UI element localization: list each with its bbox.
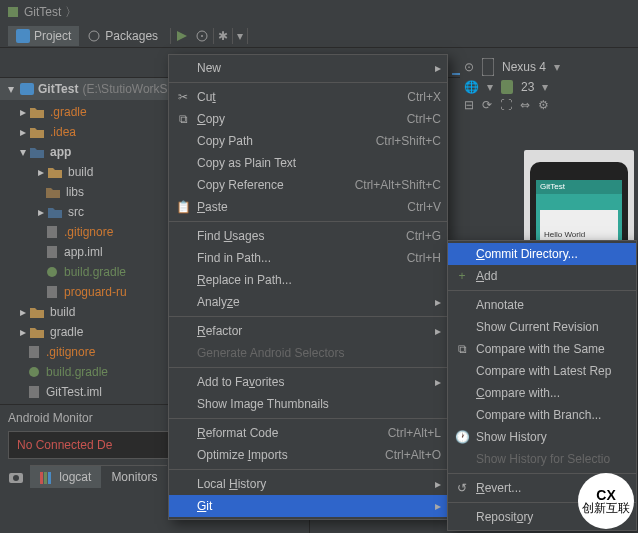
context-menu-item[interactable]: Show Image Thumbnails — [169, 393, 447, 415]
context-menu-item[interactable]: Find in Path...Ctrl+H — [169, 247, 447, 269]
git-submenu-item[interactable]: Compare with Branch... — [448, 404, 636, 426]
git-submenu-item[interactable]: ⧉Compare with the Same — [448, 338, 636, 360]
context-menu-item[interactable]: 📋PasteCtrl+V — [169, 196, 447, 218]
project-tab-icon — [16, 29, 30, 43]
menu-shortcut: Ctrl+Shift+C — [376, 134, 441, 148]
chevron-right-icon[interactable]: ▸ — [18, 307, 28, 317]
chevron-down-icon[interactable]: ▾ — [487, 80, 493, 94]
fit-icon[interactable]: ⛶ — [500, 98, 512, 112]
context-menu-item[interactable]: New▸ — [169, 57, 447, 79]
globe-icon[interactable]: 🌐 — [464, 80, 479, 94]
svg-rect-19 — [44, 472, 47, 484]
svg-rect-21 — [482, 58, 494, 76]
svg-rect-12 — [47, 286, 57, 298]
compare-icon: ⧉ — [454, 342, 470, 356]
divider — [213, 28, 214, 44]
file-icon — [46, 226, 58, 238]
tab-packages[interactable]: Packages — [79, 26, 166, 46]
menu-label: Refactor — [197, 324, 429, 338]
context-menu-item[interactable]: Refactor▸ — [169, 320, 447, 342]
tab-monitors[interactable]: Monitors — [101, 465, 167, 488]
device-name[interactable]: Nexus 4 — [502, 60, 546, 74]
folder-icon — [30, 126, 44, 138]
context-menu-separator — [169, 418, 447, 419]
context-menu-item: Generate Android Selectors — [169, 342, 447, 364]
context-menu-item[interactable]: ✂CutCtrl+X — [169, 86, 447, 108]
refresh-icon[interactable]: ⟳ — [482, 98, 492, 112]
context-menu-separator — [169, 367, 447, 368]
context-menu-item[interactable]: Optimize ImportsCtrl+Alt+O — [169, 444, 447, 466]
zoom-out-icon[interactable]: ⊟ — [464, 98, 474, 112]
git-submenu-item[interactable]: Compare with... — [448, 382, 636, 404]
git-submenu-item[interactable]: Show Current Revision — [448, 316, 636, 338]
tab-project[interactable]: Project — [8, 25, 79, 46]
revert-icon: ↺ — [454, 481, 470, 495]
svg-rect-1 — [16, 29, 30, 43]
menu-label: Copy as Plain Text — [197, 156, 441, 170]
chevron-down-icon[interactable]: ▾ — [18, 147, 28, 157]
chevron-right-icon[interactable]: ▸ — [36, 167, 46, 177]
chevron-right-icon[interactable]: ▸ — [36, 207, 46, 217]
git-submenu-item[interactable]: +Add — [448, 265, 636, 287]
resize-icon[interactable]: ⇔ — [520, 98, 530, 112]
menu-label: Git — [197, 499, 429, 513]
menu-label: Find Usages — [197, 229, 406, 243]
context-menu-item[interactable]: Local History▸ — [169, 473, 447, 495]
menu-shortcut: Ctrl+Alt+O — [385, 448, 441, 462]
context-menu-item[interactable]: Find UsagesCtrl+G — [169, 225, 447, 247]
toolbar-dropdown-icon[interactable]: ▾ — [237, 29, 243, 43]
context-menu-item[interactable]: Analyze▸ — [169, 291, 447, 313]
context-menu-separator — [169, 316, 447, 317]
chevron-right-icon[interactable]: ▸ — [18, 127, 28, 137]
chevron-right-icon[interactable]: ▸ — [18, 327, 28, 337]
git-submenu-item[interactable]: Commit Directory... — [448, 243, 636, 265]
context-menu-item[interactable]: Replace in Path... — [169, 269, 447, 291]
api-level[interactable]: 23 — [521, 80, 534, 94]
zoom-icon[interactable]: ⊙ — [464, 60, 474, 74]
file-icon — [46, 286, 58, 298]
layout-toolbar: ⊙ Nexus 4 ▾ 🌐 ▾ 23 ▾ ⊟ ⟳ ⛶ ⇔ ⚙ — [460, 56, 638, 114]
context-menu-item[interactable]: Add to Favorites▸ — [169, 371, 447, 393]
svg-marker-3 — [177, 31, 187, 41]
git-submenu-item[interactable]: Annotate — [448, 294, 636, 316]
menu-label: Add — [476, 269, 630, 283]
run-icon[interactable] — [175, 29, 189, 43]
scissors-icon: ✂ — [175, 90, 191, 104]
context-menu-item[interactable]: Copy PathCtrl+Shift+C — [169, 130, 447, 152]
divider — [170, 28, 171, 44]
tab-logcat[interactable]: logcat — [30, 465, 101, 488]
context-menu-separator — [169, 469, 447, 470]
git-submenu-item[interactable]: 🕐Show History — [448, 426, 636, 448]
context-menu-item[interactable]: Reformat CodeCtrl+Alt+L — [169, 422, 447, 444]
target-icon[interactable] — [195, 29, 209, 43]
camera-icon[interactable] — [8, 470, 24, 484]
plus-icon: + — [454, 269, 470, 283]
chevron-down-icon: ▾ — [6, 84, 16, 94]
settings-icon[interactable]: ⚙ — [538, 98, 549, 112]
chevron-right-icon: 〉 — [65, 4, 77, 21]
chevron-down-icon[interactable]: ▾ — [542, 80, 548, 94]
chevron-right-icon[interactable]: ▸ — [18, 107, 28, 117]
menu-label: Copy Reference — [197, 178, 355, 192]
menu-label: Local History — [197, 477, 429, 491]
menu-label: Optimize Imports — [197, 448, 385, 462]
menu-shortcut: Ctrl+G — [406, 229, 441, 243]
menu-label: Paste — [197, 200, 407, 214]
chevron-down-icon[interactable]: ▾ — [554, 60, 560, 74]
folder-icon — [30, 106, 44, 118]
divider — [247, 28, 248, 44]
module-icon — [20, 83, 34, 95]
tool-window-tabs: Project Packages ✱ ▾ — [0, 24, 638, 48]
menu-label: Show History for Selectio — [476, 452, 630, 466]
context-menu-item[interactable]: Git▸ — [169, 495, 447, 517]
logcat-icon — [40, 472, 52, 484]
chevron-right-icon: ▸ — [435, 477, 441, 491]
git-submenu-item[interactable]: Compare with Latest Rep — [448, 360, 636, 382]
gear-icon[interactable]: ✱ — [218, 29, 228, 43]
menu-label: Copy — [197, 112, 407, 126]
context-menu-item[interactable]: ⧉CopyCtrl+C — [169, 108, 447, 130]
context-menu-item[interactable]: Copy ReferenceCtrl+Alt+Shift+C — [169, 174, 447, 196]
menu-label: Show Current Revision — [476, 320, 630, 334]
menu-shortcut: Ctrl+V — [407, 200, 441, 214]
context-menu-item[interactable]: Copy as Plain Text — [169, 152, 447, 174]
